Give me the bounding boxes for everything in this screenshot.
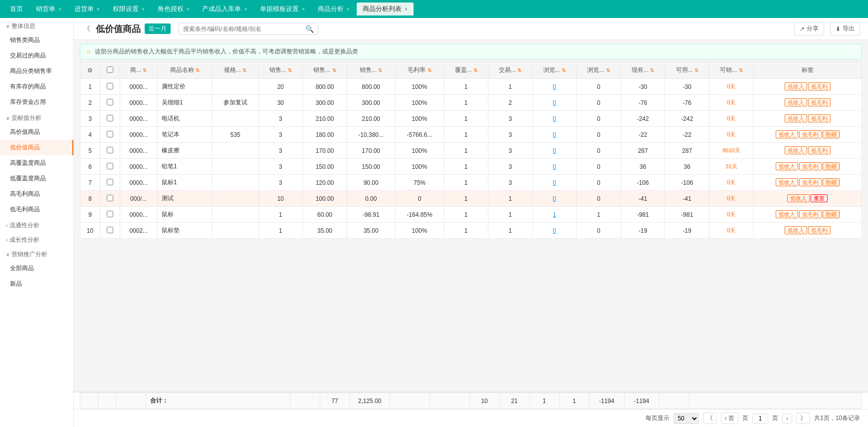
cell-checkbox[interactable] — [100, 127, 120, 143]
cell-checkbox[interactable] — [100, 95, 120, 111]
close-icon[interactable]: × — [347, 6, 350, 12]
col-saleable[interactable]: 可销... ⇅ — [709, 62, 754, 79]
nav-product-analysis-list[interactable]: 商品分析列表 × — [357, 2, 414, 15]
cell-browse1[interactable]: 0 — [532, 191, 577, 207]
nav-template-settings[interactable]: 单据模板设置 × — [254, 2, 311, 15]
row-checkbox[interactable] — [107, 227, 113, 233]
close-icon[interactable]: × — [142, 6, 145, 12]
last-page-button[interactable]: 》 — [796, 413, 810, 424]
sidebar-item-new-goods[interactable]: 新品 — [0, 276, 73, 292]
browse-link[interactable]: 0 — [553, 227, 556, 234]
sidebar-item-category-sales-rate[interactable]: 商品分类销售率 — [0, 63, 73, 79]
row-checkbox[interactable] — [107, 147, 113, 153]
sidebar-item-stock-goods[interactable]: 有库存的商品 — [0, 79, 73, 94]
sidebar-item-stock-funds[interactable]: 库存资金占用 — [0, 94, 73, 110]
search-icon[interactable]: 🔍 — [305, 25, 314, 33]
next-page-button[interactable]: › — [782, 414, 792, 424]
cell-checkbox[interactable] — [100, 159, 120, 175]
sidebar-item-sales-goods[interactable]: 销售类商品 — [0, 32, 73, 48]
sidebar-item-low-margin[interactable]: 低毛利商品 — [0, 202, 73, 217]
sidebar-item-low-coverage[interactable]: 低覆盖度商品 — [0, 171, 73, 186]
col-settings[interactable]: ⚙ — [80, 62, 100, 79]
row-checkbox[interactable] — [107, 195, 113, 201]
sidebar-item-all-goods[interactable]: 全部商品 — [0, 261, 73, 276]
row-checkbox[interactable] — [107, 163, 113, 169]
browse-link[interactable]: 0 — [553, 179, 556, 186]
col-name[interactable]: 商品名称 ⇅ — [158, 62, 213, 79]
sidebar-item-high-coverage[interactable]: 高覆盖度商品 — [0, 155, 73, 171]
nav-permission[interactable]: 权限设置 × — [107, 2, 151, 15]
row-checkbox[interactable] — [107, 211, 113, 217]
collapse-sidebar-button[interactable]: 《 — [82, 24, 92, 34]
close-icon[interactable]: × — [302, 6, 305, 12]
browse-link[interactable]: 0 — [553, 83, 556, 90]
col-browse2[interactable]: 浏览... ⇅ — [577, 62, 621, 79]
sidebar-group-marketing[interactable]: ∨ 营销推广分析 — [0, 246, 73, 261]
browse-link[interactable]: 0 — [553, 195, 556, 202]
col-trade[interactable]: 交易... ⇅ — [488, 62, 532, 79]
first-page-button[interactable]: 《 — [703, 413, 717, 424]
page-number-input[interactable] — [752, 414, 768, 424]
cell-checkbox[interactable] — [100, 143, 120, 159]
col-coverage[interactable]: 覆盖... ⇅ — [444, 62, 488, 79]
browse-link[interactable]: 0 — [553, 115, 556, 122]
sidebar-group-growth[interactable]: › 成长性分析 — [0, 232, 73, 246]
sidebar-item-high-margin[interactable]: 高毛利商品 — [0, 186, 73, 202]
browse-link[interactable]: 0 — [553, 99, 556, 106]
sidebar-group-flow[interactable]: › 流通性分析 — [0, 217, 73, 232]
col-current-stock[interactable]: 现有... ⇅ — [621, 62, 665, 79]
cell-browse1[interactable]: 0 — [532, 175, 577, 191]
row-checkbox[interactable] — [107, 131, 113, 137]
row-checkbox[interactable] — [107, 179, 113, 185]
cell-checkbox[interactable] — [100, 79, 120, 95]
cell-browse1[interactable]: 0 — [532, 143, 577, 159]
cell-checkbox[interactable] — [100, 191, 120, 207]
close-icon[interactable]: × — [187, 6, 190, 12]
sidebar-group-overall[interactable]: ∨ 整体信息 — [0, 18, 73, 32]
per-page-select[interactable]: 50 100 200 — [673, 413, 699, 424]
nav-purchase-order[interactable]: 进货单 × — [68, 2, 106, 15]
browse-link[interactable]: 0 — [553, 147, 556, 154]
cell-browse1[interactable]: 0 — [532, 111, 577, 127]
share-button[interactable]: ↗ 分享 — [794, 22, 824, 35]
period-filter-button[interactable]: 近一月 — [145, 23, 171, 34]
browse-link[interactable]: 0 — [553, 131, 556, 138]
row-checkbox[interactable] — [107, 115, 113, 121]
col-margin[interactable]: 毛利率 ⇅ — [395, 62, 444, 79]
cell-browse1[interactable]: 0 — [532, 79, 577, 95]
prev-page-button[interactable]: ‹ 首 — [721, 413, 738, 424]
cell-browse1[interactable]: 0 — [532, 159, 577, 175]
nav-product-inbound[interactable]: 产成品入库单 × — [196, 2, 253, 15]
col-sale-qty[interactable]: 销售... ⇅ — [258, 62, 303, 79]
col-spec[interactable]: 规格... ⇅ — [212, 62, 258, 79]
nav-sales-order[interactable]: 销货单 × — [30, 2, 67, 15]
select-all-checkbox[interactable] — [107, 66, 113, 73]
sidebar-item-low-value[interactable]: 低价值商品 — [0, 140, 73, 155]
cell-browse1[interactable]: 0 — [532, 127, 577, 143]
nav-role-auth[interactable]: 角色授权 × — [152, 2, 196, 15]
cell-checkbox[interactable] — [100, 111, 120, 127]
cell-checkbox[interactable] — [100, 175, 120, 191]
col-checkbox[interactable] — [100, 62, 120, 79]
close-icon[interactable]: × — [97, 6, 100, 12]
cell-checkbox[interactable] — [100, 207, 120, 223]
export-button[interactable]: ⬇ 导出 — [830, 22, 860, 35]
search-input[interactable] — [183, 25, 305, 32]
cell-browse1[interactable]: 1 — [532, 207, 577, 223]
col-sale-amount[interactable]: 销售... ⇅ — [303, 62, 347, 79]
sidebar-group-contribution[interactable]: ∨ 贡献值分析 — [0, 110, 73, 124]
row-checkbox[interactable] — [107, 83, 113, 89]
cell-browse1[interactable]: 0 — [532, 95, 577, 111]
col-code[interactable]: 商... ⇅ — [120, 62, 158, 79]
sidebar-item-high-value[interactable]: 高价值商品 — [0, 124, 73, 140]
cell-checkbox[interactable] — [100, 223, 120, 239]
col-sale-profit[interactable]: 销售... ⇅ — [347, 62, 395, 79]
col-available[interactable]: 可用... ⇅ — [665, 62, 709, 79]
nav-product-analysis[interactable]: 商品分析 × — [312, 2, 356, 15]
row-checkbox[interactable] — [107, 99, 113, 105]
close-icon[interactable]: × — [405, 6, 408, 12]
nav-home[interactable]: 首页 — [4, 2, 29, 15]
cell-browse1[interactable]: 0 — [532, 223, 577, 239]
browse-link[interactable]: 1 — [553, 211, 556, 218]
sidebar-item-traded-goods[interactable]: 交易过的商品 — [0, 48, 73, 63]
